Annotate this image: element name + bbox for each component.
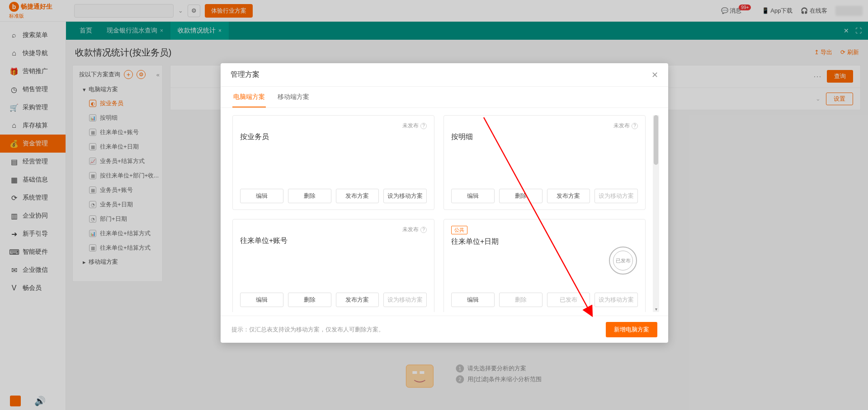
card-status: 未发布 [613, 122, 630, 130]
card-status: 未发布 [402, 226, 419, 233]
scheme-card-0: 未发布?按业务员编辑删除发布方案设为移动方案 [232, 115, 434, 210]
card-title: 往来单位+账号 [240, 236, 427, 246]
card-edit-button[interactable]: 编辑 [451, 189, 495, 203]
scheme-card-1: 未发布?按明细编辑删除发布方案设为移动方案 [443, 115, 646, 210]
card-published_disabled-button: 已发布 [547, 293, 590, 307]
card-del_disabled-button: 删除 [499, 293, 542, 307]
card-setmobile_disabled-button: 设为移动方案 [594, 293, 638, 307]
card-publish-button[interactable]: 发布方案 [336, 189, 379, 203]
add-desktop-scheme-button[interactable]: 新增电脑方案 [606, 322, 657, 337]
help-icon[interactable]: ? [420, 123, 427, 129]
manage-scheme-modal: 管理方案 ✕ 电脑端方案 移动端方案 未发布?按业务员编辑删除发布方案设为移动方… [221, 63, 668, 343]
card-del-button[interactable]: 删除 [288, 189, 331, 203]
card-edit-button[interactable]: 编辑 [451, 293, 495, 307]
card-status: 未发布 [402, 122, 419, 130]
public-tag: 公共 [451, 226, 467, 234]
modal-tabs: 电脑端方案 移动端方案 [221, 87, 668, 108]
published-stamp: 已发布 [609, 247, 637, 275]
card-title: 按明细 [451, 132, 638, 142]
card-edit-button[interactable]: 编辑 [240, 293, 283, 307]
card-title: 往来单位+日期 [451, 237, 638, 247]
scroll-thumb[interactable] [654, 115, 658, 165]
close-icon[interactable]: ✕ [651, 70, 658, 80]
scheme-card-2: 未发布?往来单位+账号编辑删除发布方案设为移动方案 [232, 219, 434, 312]
modal-tab-desktop[interactable]: 电脑端方案 [232, 93, 266, 107]
card-publish-button[interactable]: 发布方案 [336, 293, 379, 307]
scroll-down-icon[interactable]: ▾ [654, 307, 658, 311]
scrollbar[interactable]: ▾ [653, 115, 659, 312]
help-icon[interactable]: ? [420, 227, 427, 233]
card-edit-button[interactable]: 编辑 [240, 189, 283, 203]
modal-tip: 提示：仅汇总表支持设为移动方案，仅发布人可删除方案。 [231, 326, 384, 334]
card-publish-button[interactable]: 发布方案 [547, 189, 590, 203]
card-del-button[interactable]: 删除 [499, 189, 542, 203]
card-setmobile_disabled-button: 设为移动方案 [383, 293, 427, 307]
modal-tab-mobile[interactable]: 移动端方案 [277, 93, 310, 107]
scheme-card-3: 公共往来单位+日期已发布编辑删除已发布设为移动方案 [443, 219, 646, 312]
help-icon[interactable]: ? [632, 123, 638, 129]
modal-title: 管理方案 [231, 70, 259, 79]
card-setmobile-button[interactable]: 设为移动方案 [383, 189, 427, 203]
card-title: 按业务员 [240, 132, 427, 142]
card-setmobile_disabled-button: 设为移动方案 [594, 189, 638, 203]
card-del-button[interactable]: 删除 [288, 293, 331, 307]
